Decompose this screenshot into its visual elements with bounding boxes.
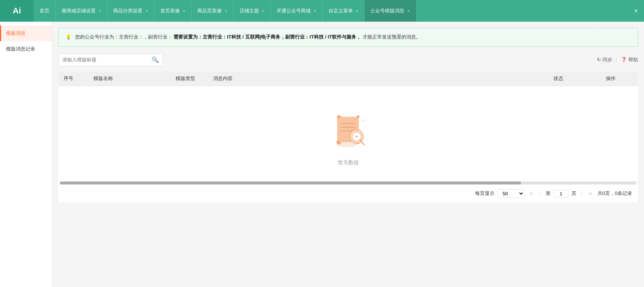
page-size-label: 每页显示: [475, 190, 494, 197]
col-header-action: 操作: [601, 71, 638, 86]
sync-icon: ↻: [597, 57, 601, 62]
logo: Ai: [0, 0, 34, 22]
help-button[interactable]: ❓ 帮助: [621, 57, 638, 63]
nav-tab-store-theme[interactable]: 店铺主题 ×: [234, 0, 271, 22]
col-header-name: 模版名称: [88, 71, 170, 86]
search-actions: ↻ 同步 | ❓ 帮助: [597, 57, 638, 63]
page-prefix: 第: [546, 190, 551, 197]
nav-tab-close-template-msg[interactable]: ×: [407, 9, 410, 13]
notice-icon: 💡: [65, 34, 71, 40]
page-label: 页: [571, 190, 576, 197]
nav-tabs: 首页 微商城店铺设置 × 商品分类设置 × 首页装修 × 商品页装修 × 店铺主…: [34, 0, 628, 22]
prev-page-button[interactable]: ‹: [538, 190, 543, 197]
empty-state: ✦ ✦ 暂无数据: [58, 86, 638, 181]
nav-tab-template-msg[interactable]: 公众号模版消息 ×: [364, 0, 416, 22]
col-header-index: 序号: [58, 71, 88, 86]
table-header-row: 序号 模版名称 模版类型 消息内容 状态 操作: [58, 71, 638, 86]
first-page-button[interactable]: ⊲: [527, 190, 535, 197]
nav-tab-close-home-decoration[interactable]: ×: [183, 9, 185, 13]
nav-tab-close-store-theme[interactable]: ×: [262, 9, 264, 13]
nav-tab-home-decoration[interactable]: 首页装修 ×: [154, 0, 191, 22]
nav-tab-category-settings[interactable]: 商品分类设置 ×: [107, 0, 154, 22]
nav-tab-close-shop-settings[interactable]: ×: [99, 9, 101, 13]
search-input-wrap: 🔍: [58, 54, 163, 66]
scrollbar-area[interactable]: [58, 181, 638, 185]
nav-tab-product-decoration[interactable]: 商品页装修 ×: [191, 0, 233, 22]
svg-text:✦: ✦: [365, 125, 367, 128]
notice-box: 💡 您的公众号行业为：主营行业：，副营行业： 需要设置为：主营行业：IT科技 /…: [58, 28, 638, 47]
nav-tab-close-custom-menu[interactable]: ×: [356, 9, 358, 13]
total-text: 共0页，0条记录: [598, 190, 632, 197]
nav-tab-close-category-settings[interactable]: ×: [145, 9, 148, 13]
sidebar: 模版消息 模版消息记录: [0, 22, 52, 287]
svg-text:✦: ✦: [361, 118, 364, 122]
search-icon[interactable]: 🔍: [151, 56, 159, 63]
main-layout: 模版消息 模版消息记录 💡 您的公众号行业为：主营行业：，副营行业： 需要设置为…: [0, 22, 644, 287]
empty-text: 暂无数据: [58, 159, 638, 166]
top-nav: Ai 首页 微商城店铺设置 × 商品分类设置 × 首页装修 × 商品页装修 × …: [0, 0, 644, 22]
scrollbar-thumb[interactable]: [60, 181, 521, 184]
nav-tab-home[interactable]: 首页: [34, 0, 56, 22]
table-wrapper: 序号 模版名称 模版类型 消息内容 状态 操作: [58, 71, 638, 202]
divider: |: [616, 57, 617, 62]
search-input[interactable]: [62, 57, 151, 62]
col-header-type: 模版类型: [170, 71, 208, 86]
search-bar: 🔍 ↻ 同步 | ❓ 帮助: [58, 54, 638, 66]
help-icon: ❓: [621, 57, 627, 62]
scrollbar-track: [60, 181, 637, 184]
sidebar-item-template-message[interactable]: 模版消息: [0, 25, 52, 41]
page-size-select[interactable]: 50 10 20 100: [497, 189, 524, 198]
table-empty-row: ✦ ✦ 暂无数据: [58, 86, 638, 181]
col-header-content: 消息内容: [208, 71, 548, 86]
next-page-button[interactable]: ›: [579, 190, 584, 197]
nav-tab-custom-menu[interactable]: 自定义菜单 ×: [323, 0, 364, 22]
nav-tab-close-open-mall[interactable]: ×: [314, 9, 316, 13]
empty-icon: ✦ ✦: [326, 109, 371, 153]
sidebar-item-template-message-record[interactable]: 模版消息记录: [0, 41, 52, 57]
page-number-input[interactable]: [554, 190, 568, 198]
nav-tab-close-product-decoration[interactable]: ×: [225, 9, 227, 13]
nav-tab-open-mall[interactable]: 开通公众号商城 ×: [271, 0, 322, 22]
sync-button[interactable]: ↻ 同步: [597, 57, 612, 63]
nav-tab-shop-settings[interactable]: 微商城店铺设置 ×: [56, 0, 107, 22]
close-all-button[interactable]: ×: [628, 7, 644, 15]
content-area: 💡 您的公众号行业为：主营行业：，副营行业： 需要设置为：主营行业：IT科技 /…: [52, 22, 644, 287]
pagination: 每页显示 50 10 20 100 ⊲ ‹ 第 页 › ⊳ 共0页，0条记录: [58, 185, 638, 202]
last-page-button[interactable]: ⊳: [587, 190, 595, 197]
data-table: 序号 模版名称 模版类型 消息内容 状态 操作: [58, 71, 638, 181]
col-header-status: 状态: [548, 71, 601, 86]
